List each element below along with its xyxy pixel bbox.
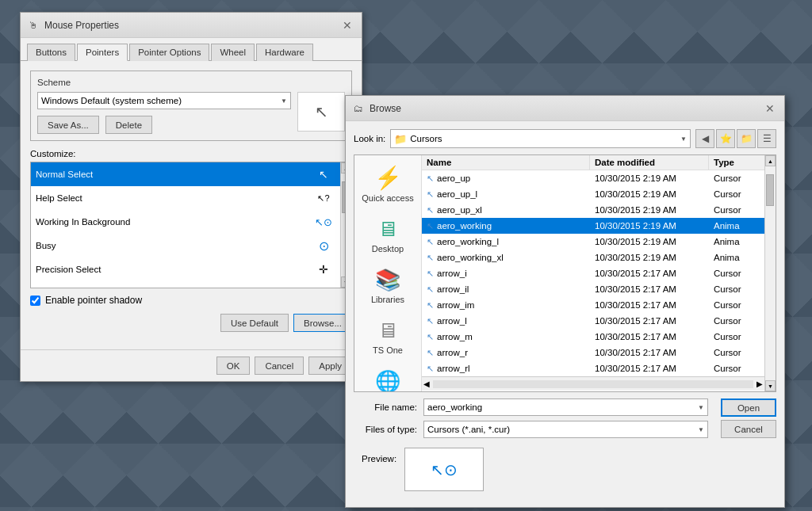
browse-close-button[interactable]: ✕ (762, 101, 778, 116)
file-row[interactable]: ↖ arrow_m 10/30/2015 2:17 AM Cursor (422, 329, 764, 345)
file-rows: ↖ aero_up 10/30/2015 2:19 AM Cursor ↖ ae… (422, 170, 764, 376)
scroll-left-arrow[interactable]: ◀ (422, 379, 431, 388)
file-type-icon: ↖ (427, 284, 434, 295)
nav-desktop[interactable]: 🖥 Desktop (358, 214, 418, 257)
list-item-busy[interactable]: Busy ⊙ (31, 234, 340, 257)
file-name: aero_up (437, 174, 470, 183)
file-name: arrow_im (437, 300, 474, 310)
browse-scrollbar[interactable]: ▲ ▼ (764, 155, 776, 391)
scheme-dropdown[interactable]: Windows Default (system scheme) ▼ (37, 92, 291, 109)
normal-select-label: Normal Select (36, 170, 312, 179)
file-row[interactable]: ↖ arrow_i 10/30/2015 2:17 AM Cursor (422, 265, 764, 281)
customize-label: Customize: (30, 149, 352, 158)
file-type-icon: ↖ (427, 221, 434, 231)
file-row[interactable]: ↖ aero_up 10/30/2015 2:19 AM Cursor (422, 170, 764, 186)
nav-libraries[interactable]: 📚 Libraries (358, 265, 418, 307)
file-row[interactable]: ↖ arrow_rl 10/30/2015 2:17 AM Cursor (422, 360, 764, 376)
favorites-button[interactable]: ⭐ (716, 129, 735, 148)
file-type: Cursor (709, 330, 764, 343)
preview-icon: ↖⊙ (431, 460, 458, 479)
list-item-normal-select[interactable]: Normal Select ↖ (31, 162, 340, 186)
use-default-button[interactable]: Use Default (220, 314, 289, 332)
file-row[interactable]: ↖ aero_working_xl 10/30/2015 2:19 AM Ani… (422, 250, 764, 265)
file-type-icon: ↖ (427, 348, 434, 358)
file-name: aero_working_xl (437, 253, 504, 262)
horizontal-scrollbar[interactable]: ◀ ▶ (422, 376, 764, 391)
look-in-dropdown[interactable]: 📁 Cursors ▼ (390, 129, 691, 148)
delete-button[interactable]: Delete (105, 116, 152, 134)
mouse-dialog-body: Scheme Windows Default (system scheme) ▼… (21, 61, 362, 349)
browse-action-buttons: Open Cancel (721, 399, 776, 438)
tab-hardware[interactable]: Hardware (256, 44, 313, 61)
ok-button[interactable]: OK (216, 357, 251, 375)
file-row[interactable]: ↖ arrow_r 10/30/2015 2:17 AM Cursor (422, 345, 764, 360)
file-type: Cursor (709, 315, 764, 327)
tab-buttons[interactable]: Buttons (27, 44, 75, 61)
mouse-properties-dialog: 🖱 Mouse Properties ✕ Buttons Pointers Po… (20, 12, 362, 382)
libraries-label: Libraries (371, 295, 404, 304)
files-of-type-input[interactable]: Cursors (*.ani, *.cur) ▼ (423, 421, 708, 438)
mouse-close-button[interactable]: ✕ (339, 17, 355, 33)
help-select-icon: ↖? (312, 193, 335, 204)
browse-scroll-down[interactable]: ▼ (765, 380, 776, 391)
shadow-checkbox[interactable] (30, 296, 40, 306)
mouse-dialog-title: Mouse Properties (44, 20, 339, 31)
browse-scroll-up[interactable]: ▲ (765, 155, 776, 166)
file-date: 10/30/2015 2:17 AM (590, 362, 709, 375)
tab-pointers[interactable]: Pointers (77, 44, 128, 61)
file-date: 10/30/2015 2:19 AM (590, 204, 709, 216)
look-in-label: Look in: (354, 134, 385, 143)
file-date: 10/30/2015 2:19 AM (590, 219, 709, 232)
file-row[interactable]: ↖ aero_up_xl 10/30/2015 2:19 AM Cursor (422, 202, 764, 218)
browse-sidebar: ⚡ Quick access 🖥 Desktop 📚 Libraries 🖥 T… (354, 155, 422, 391)
browse-button[interactable]: Browse... (293, 314, 352, 332)
back-button[interactable]: ◀ (695, 129, 714, 148)
shadow-checkbox-row: Enable pointer shadow (30, 295, 352, 306)
file-row[interactable]: ↖ arrow_im 10/30/2015 2:17 AM Cursor (422, 297, 764, 313)
file-row[interactable]: ↖ aero_working_l 10/30/2015 2:19 AM Anim… (422, 234, 764, 250)
customize-buttons: Use Default Browse... (30, 314, 352, 332)
nav-ts-one[interactable]: 🖥 TS One (358, 315, 418, 358)
precision-select-label: Precision Select (36, 265, 312, 274)
col-type: Type (709, 155, 764, 170)
scheme-value: Windows Default (system scheme) (41, 96, 182, 105)
tab-wheel[interactable]: Wheel (211, 44, 255, 61)
file-name: arrow_rl (437, 364, 470, 373)
list-item-working-background[interactable]: Working In Background ↖⊙ (31, 210, 340, 234)
file-type: Cursor (709, 204, 764, 216)
ts-one-icon: 🖥 (377, 318, 398, 343)
desktop-icon: 🖥 (377, 217, 398, 242)
file-name: aero_working_l (437, 237, 499, 246)
open-button[interactable]: Open (721, 399, 776, 417)
browse-titlebar: 🗂 Browse ✕ (346, 96, 784, 121)
tabs-bar: Buttons Pointers Pointer Options Wheel H… (21, 38, 362, 61)
view-button[interactable]: ☰ (757, 129, 776, 148)
tab-pointer-options[interactable]: Pointer Options (129, 44, 209, 61)
busy-label: Busy (36, 241, 312, 250)
file-row[interactable]: ↖ aero_up_l 10/30/2015 2:19 AM Cursor (422, 186, 764, 202)
quick-access-label: Quick access (362, 193, 413, 203)
cursor-preview: ↖ (297, 92, 345, 132)
browse-title-icon: 🗂 (352, 102, 365, 115)
browse-fields: File name: aero_working ▼ Files of type:… (354, 399, 708, 438)
scroll-right-arrow[interactable]: ▶ (755, 379, 764, 388)
file-name-input[interactable]: aero_working ▼ (423, 399, 708, 416)
file-row[interactable]: ↖ aero_working 10/30/2015 2:19 AM Anima (422, 218, 764, 234)
file-date: 10/30/2015 2:19 AM (590, 235, 709, 248)
browse-body: Look in: 📁 Cursors ▼ ◀ ⭐ 📁 ☰ ⚡ Quick acc… (346, 121, 784, 507)
file-type: Anima (709, 235, 764, 248)
browse-cancel-button[interactable]: Cancel (721, 420, 776, 438)
new-folder-button[interactable]: 📁 (737, 129, 756, 148)
files-of-type-label: Files of type: (354, 425, 417, 434)
cancel-button[interactable]: Cancel (255, 357, 304, 375)
list-item-help-select[interactable]: Help Select ↖? (31, 186, 340, 210)
file-type-icon: ↖ (427, 237, 434, 247)
save-as-button[interactable]: Save As... (37, 116, 99, 134)
file-row[interactable]: ↖ arrow_l 10/30/2015 2:17 AM Cursor (422, 313, 764, 329)
nav-network[interactable]: 🌐 Network (358, 366, 418, 391)
libraries-icon: 📚 (375, 268, 400, 292)
ts-one-label: TS One (373, 345, 403, 355)
nav-quick-access[interactable]: ⚡ Quick access (358, 162, 418, 206)
list-item-precision-select[interactable]: Precision Select ✛ (31, 257, 340, 281)
file-row[interactable]: ↖ arrow_il 10/30/2015 2:17 AM Cursor (422, 281, 764, 297)
